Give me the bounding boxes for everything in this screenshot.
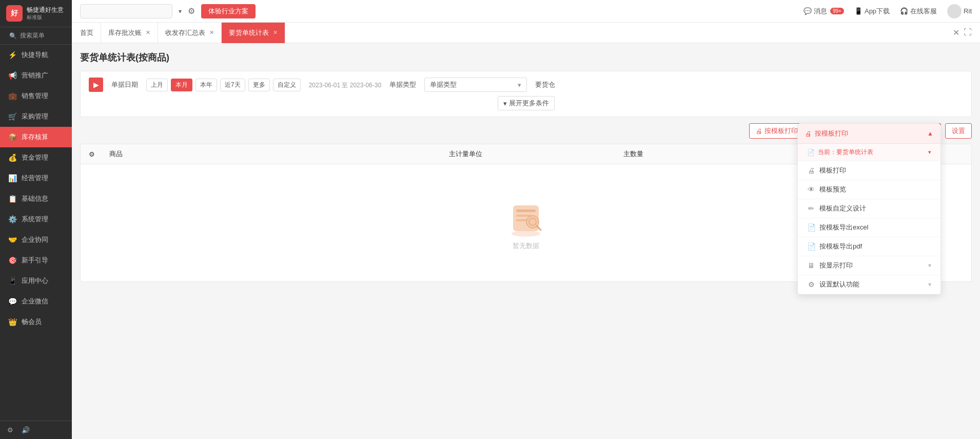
tab-order-stats-close[interactable]: ✕ [273, 29, 278, 36]
apps-icon: 📱 [7, 277, 17, 285]
sidebar-item-wechat[interactable]: 💬 企业微信 [0, 291, 72, 312]
sidebar-item-member[interactable]: 👑 畅会员 [0, 312, 72, 332]
sidebar-item-apps[interactable]: 📱 应用中心 [0, 271, 72, 291]
purchase-icon: 🛒 [7, 112, 17, 121]
tab-collection-summary-close[interactable]: ✕ [209, 29, 214, 36]
tab-bar: 首页 库存批次账 ✕ 收发存汇总表 ✕ 要货单统计表 ✕ ✕ ⛶ [72, 23, 980, 43]
settings-bottom-icon[interactable]: ⚙ [7, 426, 13, 434]
sidebar-item-label: 系统管理 [22, 215, 48, 224]
date-btn-this-month[interactable]: 本月 [171, 79, 192, 91]
sidebar-item-newbie[interactable]: 🎯 新手引导 [0, 250, 72, 271]
sidebar-item-label: 快捷导航 [22, 50, 48, 60]
online-service-item[interactable]: 🎧 在线客服 [900, 7, 937, 16]
display-print-label: 按显示打印 [819, 261, 853, 270]
enterprise-icon: 🤝 [7, 236, 17, 244]
tab-home[interactable]: 首页 [80, 23, 101, 43]
tab-order-stats-label: 要货单统计表 [229, 28, 269, 37]
print-template-label: 按模板打印 [765, 126, 798, 136]
sidebar-logo: 好 畅捷通好生意 标准版 [0, 0, 72, 27]
newbie-icon: 🎯 [7, 256, 17, 264]
date-filter-label: 单据日期 [111, 80, 138, 89]
set-default-label: 设置默认功能 [819, 280, 859, 289]
template-preview-icon: 👁 [807, 185, 815, 194]
th-unit: 主计量单位 [445, 144, 619, 164]
inventory-icon: 📦 [7, 133, 17, 141]
tab-order-stats[interactable]: 要货单统计表 ✕ [222, 23, 285, 43]
app-download-item[interactable]: 📱 App下载 [854, 7, 890, 16]
dropdown-item-template-pdf[interactable]: 📄 按模板导出pdf [798, 237, 940, 256]
template-pdf-label: 按模板导出pdf [819, 242, 862, 251]
sales-icon: 💼 [7, 92, 17, 100]
expand-more-icon: ▾ [503, 100, 507, 107]
template-print-label: 模板打印 [819, 166, 846, 175]
tab-batch-account-close[interactable]: ✕ [146, 29, 150, 36]
avatar [947, 4, 962, 18]
sidebar-item-label: 应用中心 [22, 276, 48, 285]
dropdown-item-template-print[interactable]: 🖨 模板打印 [798, 161, 940, 180]
dropdown-item-template-design[interactable]: ✏ 模板自定义设计 [798, 199, 940, 218]
printer-icon: 🖨 [756, 127, 762, 135]
sound-bottom-icon[interactable]: 🔊 [22, 426, 30, 434]
date-btn-last-month[interactable]: 上月 [146, 79, 168, 91]
topbar-dropdown[interactable]: ▾ [179, 8, 182, 15]
settings-btn[interactable]: 设置 [945, 123, 972, 139]
sidebar-item-operations[interactable]: 📊 经营管理 [0, 168, 72, 188]
doc-type-arrow-icon: ▾ [518, 81, 521, 89]
trial-industry-button[interactable]: 体验行业方案 [201, 4, 256, 18]
app-download-label: App下载 [865, 7, 890, 16]
sidebar-item-marketing[interactable]: 📢 营销推广 [0, 65, 72, 86]
expand-arrow-btn[interactable]: ▶ [89, 78, 103, 92]
topbar-gear-icon[interactable]: ⚙ [188, 6, 195, 16]
message-badge: 99+ [830, 8, 844, 14]
expand-more-btn[interactable]: ▾ 展开更多条件 [498, 96, 555, 110]
current-template-row[interactable]: 📄 当前：要货单统计表 ▾ [798, 144, 940, 161]
sidebar-item-purchase[interactable]: 🛒 采购管理 [0, 106, 72, 127]
sidebar-search[interactable]: 🔍 搜索菜单 [0, 27, 72, 45]
th-settings[interactable]: ⚙ [85, 145, 105, 163]
dropdown-title: 🖨 按模板打印 [805, 129, 848, 138]
sidebar-item-sales[interactable]: 💼 销售管理 [0, 86, 72, 106]
date-btn-custom[interactable]: 自定义 [273, 79, 301, 91]
dropdown-item-display-print[interactable]: 🖥 按显示打印 ▾ [798, 256, 940, 275]
dropdown-item-template-excel[interactable]: 📄 按模板导出excel [798, 218, 940, 237]
quick-nav-icon: ⚡ [7, 51, 17, 59]
marketing-icon: 📢 [7, 71, 17, 80]
user-avatar-item[interactable]: Rit [947, 4, 972, 18]
date-range-display: 2023-06-01 至 2023-06-30 [309, 81, 381, 90]
sidebar-item-label: 基础信息 [22, 194, 48, 203]
template-excel-icon: 📄 [807, 223, 815, 232]
sidebar-item-enterprise[interactable]: 🤝 企业协同 [0, 230, 72, 250]
search-icon: 🔍 [9, 32, 17, 40]
page-title: 要货单统计表(按商品) [80, 51, 972, 64]
service-icon: 🎧 [900, 7, 908, 15]
date-btn-7-days[interactable]: 近7天 [220, 79, 245, 91]
sidebar-item-quick-nav[interactable]: ⚡ 快捷导航 [0, 45, 72, 65]
close-window-btn[interactable]: ✕ [953, 28, 959, 37]
topbar-search-input[interactable] [80, 4, 172, 18]
sidebar-item-basic[interactable]: 📋 基础信息 [0, 188, 72, 209]
sidebar-item-finance[interactable]: 💰 资金管理 [0, 147, 72, 168]
doc-type-select[interactable]: 单据类型 ▾ [424, 78, 527, 92]
messages-item[interactable]: 💬 消息 99+ [803, 7, 844, 16]
sidebar-item-label: 畅会员 [22, 317, 42, 327]
tab-window-btns: ✕ ⛶ [953, 28, 972, 37]
current-template-icon: 📄 [807, 149, 815, 156]
maximize-window-btn[interactable]: ⛶ [964, 28, 972, 37]
filter-row-1: ▶ 单据日期 上月 本月 本年 近7天 更多 自定义 2023-06-01 至 … [89, 78, 963, 92]
sidebar-item-system[interactable]: ⚙️ 系统管理 [0, 209, 72, 230]
date-btn-this-year[interactable]: 本年 [195, 79, 217, 91]
dropdown-item-template-preview[interactable]: 👁 模板预览 [798, 180, 940, 199]
date-btn-more[interactable]: 更多 [248, 79, 270, 91]
svg-rect-2 [516, 209, 536, 212]
sidebar-item-label: 经营管理 [22, 174, 48, 183]
sidebar-item-label: 营销推广 [22, 71, 48, 80]
tab-collection-summary[interactable]: 收发存汇总表 ✕ [158, 23, 222, 43]
app-version: 标准版 [27, 14, 64, 21]
sidebar-item-inventory[interactable]: 📦 库存核算 [0, 127, 72, 147]
print-dropdown-menu: 🖨 按模板打印 ▲ 📄 当前：要货单统计表 ▾ 🖨 模板打印 [797, 123, 941, 295]
tab-batch-account[interactable]: 库存批次账 ✕ [101, 23, 158, 43]
dropdown-header[interactable]: 🖨 按模板打印 ▲ [798, 124, 940, 144]
page-content: 要货单统计表(按商品) ▶ 单据日期 上月 本月 本年 近7天 更多 自定义 2… [72, 43, 980, 439]
sidebar-item-label: 销售管理 [22, 91, 48, 101]
dropdown-item-set-default[interactable]: ⚙ 设置默认功能 ▾ [798, 275, 940, 294]
